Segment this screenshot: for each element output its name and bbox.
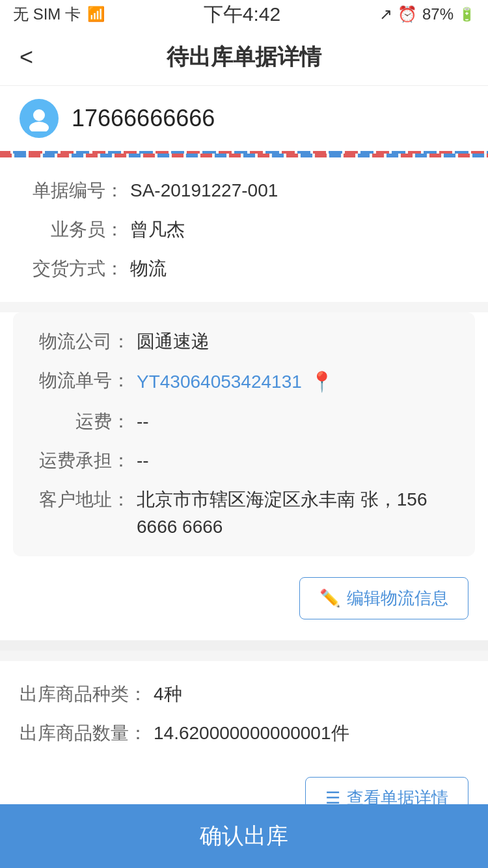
delivery-value: 物流 (124, 255, 468, 282)
staff-label: 业务员： (20, 216, 124, 243)
logistics-freightbear-label: 运费承担： (26, 447, 130, 474)
customer-phone: 17666666666 (72, 105, 215, 132)
edit-btn-row: ✏️ 编辑物流信息 (0, 567, 488, 635)
logistics-address-label: 客户地址： (26, 486, 130, 513)
logistics-card: 物流公司： 圆通速递 物流单号： YT43064053424131 📍 运费： … (13, 312, 475, 556)
logistics-company-value: 圆通速递 (130, 328, 462, 355)
logistics-company-label: 物流公司： (26, 328, 130, 355)
nav-bar: < 待出库单据详情 (0, 29, 488, 86)
confirm-btn-container: 确认出库 (0, 804, 488, 868)
tracking-number: YT43064053424131 (137, 368, 302, 396)
goods-quantity-label: 出库商品数量： (20, 720, 147, 747)
order-number-label: 单据编号： (20, 177, 124, 204)
goods-types-value: 4种 (147, 681, 468, 708)
confirm-button[interactable]: 确认出库 (0, 821, 488, 851)
avatar (20, 99, 59, 138)
logistics-tracking-label: 物流单号： (26, 367, 130, 394)
logistics-section: 物流公司： 圆通速递 物流单号： YT43064053424131 📍 运费： … (0, 312, 488, 640)
svg-point-1 (29, 122, 49, 131)
goods-types-label: 出库商品种类： (20, 681, 147, 708)
order-number-row: 单据编号： SA-20191227-001 (20, 177, 468, 204)
section-separator (0, 640, 488, 651)
logistics-freightbear-row: 运费承担： -- (26, 447, 462, 474)
logistics-address-row: 客户地址： 北京市市辖区海淀区永丰南 张，156 6666 6666 (26, 486, 462, 541)
battery-text: 87% (422, 5, 454, 23)
order-info-section: 单据编号： SA-20191227-001 业务员： 曾凡杰 交货方式： 物流 (0, 157, 488, 302)
edit-logistics-label: 编辑物流信息 (347, 587, 448, 610)
status-right: ↗ ⏰ 87% 🔋 (379, 5, 475, 23)
status-time: 下午4:42 (204, 1, 280, 28)
avatar-icon (26, 105, 52, 131)
logistics-tracking-value: YT43064053424131 📍 (130, 367, 462, 396)
logistics-address-value: 北京市市辖区海淀区永丰南 张，156 6666 6666 (130, 486, 462, 541)
logistics-freight-row: 运费： -- (26, 408, 462, 435)
back-button[interactable]: < (20, 44, 33, 71)
logistics-freight-label: 运费： (26, 408, 130, 435)
status-left: 无 SIM 卡 📶 (13, 4, 105, 25)
goods-section: 出库商品种类： 4种 出库商品数量： 14.620000000000001件 (0, 661, 488, 766)
staff-row: 业务员： 曾凡杰 (20, 216, 468, 243)
logistics-freight-value: -- (130, 408, 462, 435)
goods-types-row: 出库商品种类： 4种 (20, 681, 468, 708)
battery-icon: 🔋 (459, 7, 475, 22)
delivery-label: 交货方式： (20, 255, 124, 282)
staff-value: 曾凡杰 (124, 216, 468, 243)
logistics-freightbear-value: -- (130, 447, 462, 474)
edit-logistics-button[interactable]: ✏️ 编辑物流信息 (299, 577, 468, 619)
svg-point-0 (33, 109, 45, 121)
map-pin-icon[interactable]: 📍 (310, 367, 334, 396)
logistics-tracking-row: 物流单号： YT43064053424131 📍 (26, 367, 462, 396)
goods-quantity-value: 14.620000000000001件 (147, 720, 468, 747)
status-bar: 无 SIM 卡 📶 下午4:42 ↗ ⏰ 87% 🔋 (0, 0, 488, 29)
alarm-icon: ⏰ (398, 5, 417, 23)
customer-header: 17666666666 (0, 86, 488, 154)
wifi-icon: 📶 (87, 6, 105, 23)
page-title: 待出库单据详情 (167, 42, 321, 72)
order-number-value: SA-20191227-001 (124, 177, 468, 204)
delivery-row: 交货方式： 物流 (20, 255, 468, 282)
logistics-company-row: 物流公司： 圆通速递 (26, 328, 462, 355)
edit-icon: ✏️ (319, 588, 340, 608)
location-status-icon: ↗ (379, 5, 392, 23)
goods-quantity-row: 出库商品数量： 14.620000000000001件 (20, 720, 468, 747)
carrier-text: 无 SIM 卡 (13, 4, 81, 25)
